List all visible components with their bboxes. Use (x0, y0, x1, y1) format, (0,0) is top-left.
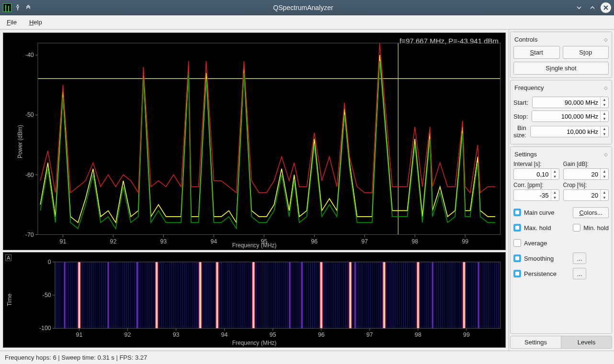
svg-text:96: 96 (311, 238, 318, 245)
max-hold-label: Max. hold (524, 224, 551, 232)
svg-text:-50: -50 (43, 292, 51, 298)
app-icon (3, 3, 11, 12)
svg-text:95: 95 (270, 331, 276, 338)
crop-spinbox[interactable]: ▲▼ (563, 189, 609, 201)
checked-icon (513, 209, 521, 216)
main-curve-checkbox[interactable]: Main curve (513, 209, 569, 216)
svg-text:93: 93 (173, 331, 180, 338)
persistence-label: Persistence (524, 270, 557, 277)
svg-rect-289 (464, 262, 464, 329)
plot-area: f=97.667 MHz, P=-43.941 dBm Power (dBm) … (0, 30, 509, 351)
spin-down-icon[interactable]: ▼ (551, 195, 559, 200)
spin-up-icon[interactable]: ▲ (551, 169, 559, 174)
spin-down-icon[interactable]: ▼ (601, 102, 608, 108)
spin-up-icon[interactable]: ▲ (601, 126, 608, 132)
svg-rect-297 (478, 262, 479, 329)
crop-input[interactable] (564, 192, 601, 199)
panel-handle-icon[interactable]: ◇ (604, 37, 608, 42)
gain-spinbox[interactable]: ▲▼ (563, 168, 609, 180)
spin-down-icon[interactable]: ▼ (551, 174, 559, 179)
freq-bin-label: Bin size: (513, 124, 530, 139)
svg-text:-40: -40 (25, 52, 34, 58)
svg-rect-262 (79, 262, 80, 329)
svg-text:-60: -60 (25, 171, 34, 178)
max-hold-checkbox[interactable]: Max. hold (513, 224, 569, 232)
corr-input[interactable] (514, 192, 551, 199)
single-shot-button[interactable]: Single shot (513, 62, 609, 75)
smoothing-options-button[interactable]: ... (573, 253, 586, 264)
corr-spinbox[interactable]: ▲▼ (513, 189, 559, 201)
freq-stop-input[interactable] (532, 113, 600, 120)
main-curve-label: Main curve (524, 209, 555, 216)
svg-text:98: 98 (415, 331, 421, 338)
svg-rect-271 (217, 262, 217, 329)
spin-down-icon[interactable]: ▼ (601, 174, 608, 179)
persistence-checkbox[interactable]: Persistence (513, 270, 569, 277)
svg-rect-291 (108, 262, 109, 329)
settings-panel: Settings ◇ Interval [s]: ▲▼ Gain [dB]: (510, 146, 612, 334)
svg-rect-286 (418, 262, 418, 329)
interval-spinbox[interactable]: ▲▼ (513, 168, 559, 180)
pin-icon[interactable] (13, 3, 22, 12)
checked-icon (513, 254, 521, 262)
status-text: Frequency hops: 6 | Sweep time: 0.31 s |… (5, 354, 147, 361)
freq-bin-input[interactable] (531, 128, 600, 135)
checked-icon (513, 270, 521, 277)
persistence-options-button[interactable]: ... (573, 268, 586, 279)
spectrum-plot[interactable]: f=97.667 MHz, P=-43.941 dBm Power (dBm) … (3, 33, 506, 250)
menu-help[interactable]: Help (26, 17, 45, 28)
min-hold-label: Min. hold (583, 224, 609, 232)
frequency-title: Frequency (514, 84, 544, 91)
svg-text:94: 94 (221, 331, 228, 338)
svg-text:91: 91 (60, 238, 67, 245)
svg-rect-277 (321, 262, 321, 329)
svg-text:-100: -100 (39, 325, 51, 332)
svg-rect-268 (200, 262, 201, 329)
spin-down-icon[interactable]: ▼ (601, 132, 608, 137)
start-button[interactable]: Start (513, 46, 560, 59)
svg-text:94: 94 (210, 238, 217, 245)
smoothing-checkbox[interactable]: Smoothing (513, 254, 569, 262)
colors-button[interactable]: Colors... (573, 207, 609, 218)
spin-up-icon[interactable]: ▲ (551, 190, 559, 195)
waterfall-plot[interactable]: A Time Frequency (MHz) 0-50-100919293949… (3, 252, 506, 348)
average-label: Average (524, 240, 547, 247)
svg-text:93: 93 (160, 238, 167, 245)
spin-up-icon[interactable]: ▲ (601, 97, 608, 102)
freq-stop-label: Stop: (513, 113, 532, 120)
side-tabs: Settings Levels (510, 336, 612, 349)
min-hold-checkbox[interactable]: Min. hold (573, 224, 609, 232)
spin-down-icon[interactable]: ▼ (601, 195, 608, 200)
tab-levels[interactable]: Levels (561, 336, 612, 348)
freq-start-spinbox[interactable]: ▲▼ (532, 97, 609, 108)
menubar: File Help (0, 15, 614, 30)
main-area: f=97.667 MHz, P=-43.941 dBm Power (dBm) … (0, 30, 614, 351)
panel-handle-icon[interactable]: ◇ (604, 152, 608, 157)
freq-stop-spinbox[interactable]: ▲▼ (532, 110, 609, 122)
maximize-button[interactable] (587, 2, 598, 13)
tab-settings[interactable]: Settings (511, 336, 561, 348)
menu-file-text: ile (11, 19, 17, 26)
interval-input[interactable] (514, 171, 551, 178)
svg-text:95: 95 (261, 238, 267, 245)
gain-input[interactable] (564, 171, 601, 178)
unchecked-icon (573, 224, 580, 232)
spin-up-icon[interactable]: ▲ (601, 190, 608, 195)
svg-text:0: 0 (48, 259, 51, 265)
freq-start-input[interactable] (533, 99, 600, 106)
panel-handle-icon[interactable]: ◇ (604, 85, 608, 90)
stop-button[interactable]: Stop (563, 46, 609, 59)
checked-icon (513, 224, 521, 232)
close-button[interactable] (601, 2, 611, 13)
corr-label: Corr. [ppm]: (513, 182, 559, 188)
average-checkbox[interactable]: Average (513, 239, 609, 247)
spin-up-icon[interactable]: ▲ (601, 111, 608, 116)
svg-text:97: 97 (366, 331, 373, 338)
spin-down-icon[interactable]: ▼ (601, 116, 608, 121)
spin-up-icon[interactable]: ▲ (601, 169, 608, 174)
menu-file[interactable]: File (4, 17, 20, 28)
unchecked-icon (513, 239, 521, 247)
chevrons-up-icon[interactable] (24, 3, 33, 12)
minimize-button[interactable] (574, 2, 584, 13)
freq-bin-spinbox[interactable]: ▲▼ (530, 126, 609, 137)
